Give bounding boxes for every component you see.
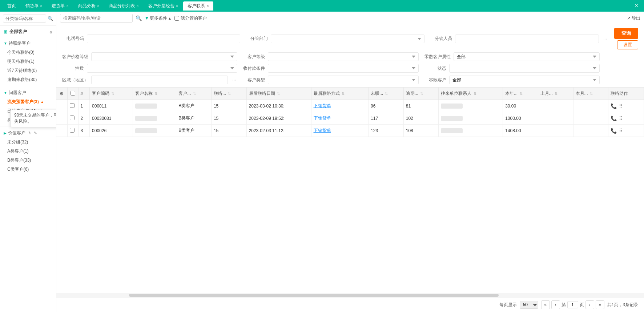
arrow-down-icon: ▼: [4, 41, 7, 45]
close-sales-order-icon[interactable]: ×: [40, 4, 42, 8]
sidebar-item-ungrouped[interactable]: 未分组(32): [0, 138, 56, 147]
contact-icon-1[interactable]: 📞: [611, 116, 617, 121]
value-refresh-icon[interactable]: ↻: [28, 131, 32, 135]
tab-customer-contact[interactable]: 客户联系 ×: [183, 1, 213, 11]
scrollbar-thumb[interactable]: [129, 294, 499, 297]
td-overdue-1: 102: [403, 112, 439, 125]
sidebar-item-class-b[interactable]: B类客户(33): [0, 156, 56, 165]
cust-type-select[interactable]: [268, 76, 418, 84]
th-code[interactable]: 客户编码 ⇅: [90, 88, 133, 100]
person-dots-icon[interactable]: ···: [602, 36, 608, 41]
th-check[interactable]: [67, 88, 78, 100]
th-gear[interactable]: ⚙: [56, 88, 67, 100]
td-check-0[interactable]: [67, 100, 78, 112]
cust-level-select[interactable]: [268, 52, 418, 61]
tab-purchase-order[interactable]: 进货单 ×: [47, 1, 73, 11]
nature-select[interactable]: [87, 64, 237, 73]
last-page-button[interactable]: »: [596, 300, 604, 309]
prev-page-button[interactable]: ‹: [551, 300, 560, 309]
td-check-1[interactable]: [67, 112, 78, 125]
th-last-contact-date[interactable]: 最后联络日期 ⇅: [246, 88, 311, 100]
page-number-input[interactable]: [567, 301, 578, 308]
th-level[interactable]: 客户... ⇅: [176, 88, 212, 100]
close-customer-segment-icon[interactable]: ×: [176, 4, 178, 8]
th-last-contact-method[interactable]: 最后联络方式 ⇅: [311, 88, 369, 100]
td-last-method-1[interactable]: 下销货单: [311, 112, 369, 125]
table-footer: 每页显示 50 10 20 100 « ‹ 第 页 › » 共1页，3条记录: [56, 297, 644, 312]
td-name-0: [133, 100, 176, 112]
region-input[interactable]: [91, 76, 228, 84]
table-row: 3 000026 B类客户 15 2023-02-03 11:12: 下销货单 …: [56, 125, 644, 137]
person-input[interactable]: [455, 35, 599, 43]
phone-input[interactable]: [87, 35, 240, 43]
sidebar-item-tomorrow-contact[interactable]: 明天待联络(1): [0, 57, 56, 66]
sidebar-item-class-a[interactable]: A类客户(1): [0, 147, 56, 156]
sidebar-item-class-c[interactable]: C类客户(6): [0, 165, 56, 174]
tab-product-analysis-list[interactable]: 商品分析列表 ×: [104, 1, 143, 11]
tab-home[interactable]: 首页: [3, 1, 20, 11]
price-level-label: 客户价格等级: [62, 54, 88, 60]
close-customer-contact-icon[interactable]: ×: [206, 4, 209, 8]
dept-select[interactable]: [271, 35, 424, 43]
tab-customer-segment[interactable]: 客户分层经营 ×: [144, 1, 182, 11]
sidebar-item-overdue-contact[interactable]: 逾期未联络(30): [0, 75, 56, 84]
next-page-button[interactable]: ›: [585, 300, 594, 309]
export-button[interactable]: ↗ 导出: [627, 15, 640, 21]
group-value-customers[interactable]: ▶ 价值客户 ↻ ✎: [0, 128, 56, 138]
group-problem-customers[interactable]: ▼ 问题客户: [0, 88, 56, 97]
more-action-icon-1[interactable]: ⠿: [619, 116, 623, 121]
search-button-icon[interactable]: 🔍: [136, 15, 142, 21]
td-last-method-2[interactable]: 下销货单: [311, 125, 369, 137]
search-input[interactable]: [60, 14, 133, 23]
close-product-analysis-icon[interactable]: ×: [97, 4, 99, 8]
payment-select[interactable]: [268, 64, 418, 73]
status-select[interactable]: [449, 64, 600, 73]
row-checkbox-1[interactable]: [70, 116, 75, 120]
th-overdue[interactable]: 逾期... ⇅: [403, 88, 439, 100]
all-customers-header[interactable]: ⊞ 全部客户 «: [0, 26, 56, 38]
sidebar-search-icon[interactable]: 🔍: [48, 16, 53, 21]
th-this-month[interactable]: 本月... ⇅: [573, 88, 608, 100]
filter-row-3: 性质 收付款条件 状态: [62, 64, 638, 73]
th-this-year[interactable]: 本年... ⇅: [503, 88, 538, 100]
retail-attr-select[interactable]: 全部: [454, 52, 600, 61]
close-purchase-order-icon[interactable]: ×: [66, 4, 68, 8]
page-size-label: 每页显示: [499, 302, 517, 308]
row-checkbox-2[interactable]: [70, 128, 75, 133]
sidebar-search-input[interactable]: [3, 15, 46, 23]
th-contacts[interactable]: 联络... ⇅: [211, 88, 246, 100]
th-not-contacted[interactable]: 未联... ⇅: [369, 88, 404, 100]
horizontal-scrollbar[interactable]: [56, 293, 644, 297]
th-name[interactable]: 客户名称 ⇅: [133, 88, 176, 100]
contact-icon-2[interactable]: 📞: [611, 128, 617, 134]
close-product-analysis-list-icon[interactable]: ×: [136, 4, 138, 8]
tab-sales-order[interactable]: 销货单 ×: [21, 1, 47, 11]
more-action-icon-0[interactable]: ⠿: [619, 103, 623, 109]
query-button[interactable]: 查询: [614, 28, 638, 39]
td-last-method-0[interactable]: 下销货单: [311, 100, 369, 112]
more-action-icon-2[interactable]: ⠿: [619, 128, 623, 134]
region-dots-icon[interactable]: ···: [231, 77, 237, 82]
my-customers-checkbox-label[interactable]: 我分管的客户: [174, 15, 207, 21]
th-last-month[interactable]: 上月... ⇅: [538, 88, 573, 100]
price-level-select[interactable]: [91, 52, 237, 61]
sidebar-item-churn-warning[interactable]: 流失预警客户(3) ●: [0, 97, 56, 106]
first-page-button[interactable]: «: [541, 300, 550, 309]
tab-product-analysis[interactable]: 商品分析 ×: [74, 1, 104, 11]
row-checkbox-0[interactable]: [70, 103, 75, 108]
my-customers-checkbox[interactable]: [174, 16, 179, 21]
retail-cust-select[interactable]: 全部: [449, 76, 600, 84]
close-all-icon[interactable]: ×: [632, 3, 641, 9]
sidebar-item-7day-contact[interactable]: 近7天待联络(0): [0, 66, 56, 75]
td-check-2[interactable]: [67, 125, 78, 137]
select-all-checkbox[interactable]: [71, 91, 75, 96]
group-pending-contact[interactable]: ▼ 待联络客户: [0, 38, 56, 48]
value-edit-icon[interactable]: ✎: [34, 131, 37, 135]
contact-icon-0[interactable]: 📞: [611, 103, 617, 109]
more-conditions-button[interactable]: ▼ 更多条件 ▲: [145, 15, 172, 21]
page-size-select[interactable]: 50 10 20 100: [520, 301, 538, 309]
th-unit-contact[interactable]: 往来单位联系人 ⇅: [439, 88, 503, 100]
settings-button[interactable]: 设置: [617, 40, 638, 49]
sidebar-collapse-icon[interactable]: «: [49, 29, 52, 35]
sidebar-item-today-contact[interactable]: 今天待联络(0): [0, 48, 56, 57]
